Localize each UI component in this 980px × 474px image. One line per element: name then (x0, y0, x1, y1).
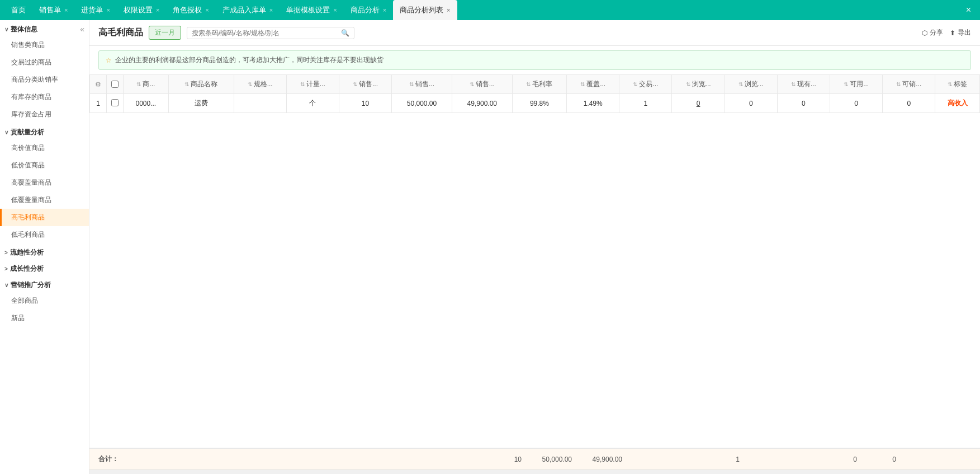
sidebar-section-营销推广分析[interactable]: ∨营销推广分析 (0, 276, 89, 292)
tag-cell: 高收入 (935, 94, 980, 113)
close-all-tabs-button[interactable]: × (962, 5, 976, 15)
footer-cell-15: 0 (859, 456, 898, 463)
col-label-spec: 规格... (254, 79, 273, 89)
sidebar-item-低毛利商品[interactable]: 低毛利商品 (0, 226, 89, 243)
close-tab-icon[interactable]: × (333, 7, 337, 13)
view1-link[interactable]: 0 (697, 100, 700, 107)
col-label-tag: 标签 (954, 79, 967, 89)
select-all-checkbox[interactable] (111, 81, 119, 88)
col-label-coverage: 覆盖... (586, 79, 605, 89)
col-header-view2[interactable]: ⇅浏览... (725, 75, 777, 94)
nav-item-销售单[interactable]: 销售单× (32, 0, 74, 20)
product-name: 运费 (168, 94, 234, 113)
col-label-saleAmt: 销售... (415, 79, 434, 89)
table-wrapper[interactable]: ⚙⇅商...⇅商品名称⇅规格...⇅计量...⇅销售...⇅销售...⇅销售..… (89, 74, 980, 448)
view2: 0 (725, 94, 777, 113)
nav-item-商品分析[interactable]: 商品分析× (344, 0, 393, 20)
sort-icon: ⇅ (300, 81, 305, 87)
nav-item-权限设置[interactable]: 权限设置× (117, 0, 166, 20)
sort-icon: ⇅ (184, 81, 189, 87)
close-tab-icon[interactable]: × (383, 7, 386, 13)
data-table: ⚙⇅商...⇅商品名称⇅规格...⇅计量...⇅销售...⇅销售...⇅销售..… (89, 74, 980, 113)
sidebar-item-低覆盖量商品[interactable]: 低覆盖量商品 (0, 191, 89, 209)
col-header-unit[interactable]: ⇅计量... (286, 75, 339, 94)
top-navigation: 首页销售单×进货单×权限设置×角色授权×产成品入库单×单据模板设置×商品分析×商… (0, 0, 980, 20)
sidebar-section-流趋性分析[interactable]: >流趋性分析 (0, 243, 89, 260)
settings-icon[interactable]: ⚙ (95, 81, 101, 88)
sort-icon: ⇅ (526, 81, 531, 87)
col-header-saleQty[interactable]: ⇅销售... (339, 75, 391, 94)
close-tab-icon[interactable]: × (269, 7, 273, 13)
horizontal-scrollbar[interactable] (89, 470, 980, 474)
section-arrow-icon: ∨ (4, 129, 8, 135)
close-tab-icon[interactable]: × (205, 7, 209, 13)
section-arrow-icon: > (4, 250, 8, 256)
col-header-saleProfit[interactable]: ⇅销售... (452, 75, 512, 94)
page-title: 高毛利商品 (98, 27, 143, 39)
sidebar-item-商品分类助销率[interactable]: 商品分类助销率 (0, 71, 89, 88)
sidebar-item-交易过的商品[interactable]: 交易过的商品 (0, 54, 89, 71)
search-input[interactable] (192, 29, 338, 37)
nav-item-商品分析列表[interactable]: 商品分析列表× (393, 0, 457, 20)
nav-item-角色授权[interactable]: 角色授权× (166, 0, 215, 20)
share-button[interactable]: ⬡ 分享 (922, 28, 943, 37)
close-tab-icon[interactable]: × (106, 7, 110, 13)
row-checkbox[interactable] (111, 99, 119, 106)
export-icon: ⬆ (950, 29, 955, 37)
nav-item-首页[interactable]: 首页 (4, 0, 32, 20)
footer-label: 合计： (98, 454, 119, 464)
sidebar-item-全部商品[interactable]: 全部商品 (0, 292, 89, 309)
sidebar-collapse-button[interactable]: « (80, 25, 84, 34)
sidebar-item-新品[interactable]: 新品 (0, 309, 89, 327)
sidebar-section-成长性分析[interactable]: >成长性分析 (0, 260, 89, 276)
sort-icon: ⇅ (633, 81, 637, 87)
sort-icon: ⇅ (686, 81, 690, 87)
gross-margin: 99.8% (512, 94, 566, 113)
sale-profit: 49,900.00 (452, 94, 512, 113)
footer-cell-14: 0 (820, 456, 859, 463)
col-header-tag[interactable]: ⇅标签 (935, 75, 980, 94)
sidebar-section-贡献量分析[interactable]: ∨贡献量分析 (0, 123, 89, 139)
sidebar-item-低价值商品[interactable]: 低价值商品 (0, 157, 89, 174)
sidebar-item-高毛利商品[interactable]: 高毛利商品 (0, 209, 89, 226)
export-button[interactable]: ⬆ 导出 (950, 28, 971, 37)
sort-icon: ⇅ (409, 81, 414, 87)
sort-icon: ⇅ (248, 81, 252, 87)
notice-text: 企业的主要的利润都是这部分商品创造的，可考虑加大推广，同时关注库存是不要出现缺货 (115, 55, 384, 65)
sidebar-item-销售类商品[interactable]: 销售类商品 (0, 36, 89, 54)
col-header-available[interactable]: ⇅可用... (830, 75, 883, 94)
nav-item-进货单[interactable]: 进货单× (74, 0, 116, 20)
col-label-saleProfit: 销售... (476, 79, 495, 89)
row-checkbox-cell (107, 94, 124, 113)
close-tab-icon[interactable]: × (64, 7, 68, 13)
col-header-spec[interactable]: ⇅规格... (234, 75, 286, 94)
sidebar-item-库存资金占用[interactable]: 库存资金占用 (0, 106, 89, 123)
col-header-current[interactable]: ⇅现有... (777, 75, 830, 94)
share-label: 分享 (930, 28, 943, 37)
col-label-sellable: 可销... (902, 79, 921, 89)
close-tab-icon[interactable]: × (447, 7, 450, 13)
search-icon[interactable]: 🔍 (341, 29, 349, 37)
col-header-coverage[interactable]: ⇅覆盖... (567, 75, 619, 94)
product-unit: 个 (286, 94, 339, 113)
section-arrow-icon: > (4, 266, 8, 272)
col-header-saleAmt[interactable]: ⇅销售... (392, 75, 452, 94)
sidebar-item-高覆盖量商品[interactable]: 高覆盖量商品 (0, 174, 89, 191)
col-header-code[interactable]: ⇅商... (124, 75, 169, 94)
col-header-name[interactable]: ⇅商品名称 (168, 75, 234, 94)
col-header-view1[interactable]: ⇅浏览... (672, 75, 725, 94)
nav-item-单据模板设置[interactable]: 单据模板设置× (280, 0, 343, 20)
col-label-available: 可用... (850, 79, 869, 89)
col-header-sellable[interactable]: ⇅可销... (883, 75, 935, 94)
nav-item-产成品入库单[interactable]: 产成品入库单× (216, 0, 280, 20)
notice-icon: ☆ (106, 57, 112, 64)
sidebar-item-有库存的商品[interactable]: 有库存的商品 (0, 88, 89, 106)
sidebar-item-高价值商品[interactable]: 高价值商品 (0, 139, 89, 157)
close-tab-icon[interactable]: × (156, 7, 159, 13)
filter-recent-month-button[interactable]: 近一月 (149, 26, 181, 40)
col-label-name: 商品名称 (191, 79, 217, 89)
col-header-grossMargin[interactable]: ⇅毛利率 (512, 75, 566, 94)
coverage: 1.49% (567, 94, 619, 113)
col-header-trade[interactable]: ⇅交易... (619, 75, 672, 94)
sidebar-section-整体信息[interactable]: ∨整体信息 (0, 20, 89, 36)
